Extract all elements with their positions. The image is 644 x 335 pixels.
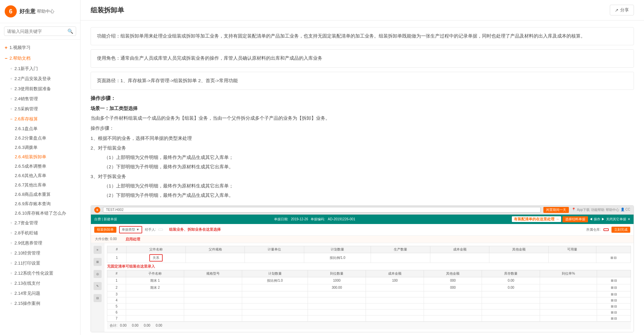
sidebar-item-finance[interactable]: + 2.7资金管理 bbox=[0, 218, 80, 228]
cell-action[interactable]: ⊞ ⊟ bbox=[596, 253, 631, 263]
sidebar-item-coupon[interactable]: + 2.9优惠券管理 bbox=[0, 238, 80, 248]
mock-parent-table: # 父件名称 父件规格 计量单位 计划数量 生产数量 成本金额 其他金额 可用量 bbox=[107, 246, 631, 263]
cell-spec bbox=[185, 253, 245, 263]
bottom-val1: 0.00 bbox=[120, 324, 126, 327]
col-prod-qty: 生产数量 bbox=[371, 246, 430, 253]
mock-subheader: 组装拆卸单 单据类型 ▼ 经手人: 组装业务、拆卸业务在这里选择 所属仓库: 立… bbox=[91, 224, 634, 236]
step-1: 1、根据不同的业务，选择不同单据的类型来处理 bbox=[91, 134, 634, 143]
table-row: 1 期末 1 按比例/1.0 1000 100 000 0.00 ⊞ ⊟ bbox=[107, 277, 631, 284]
sidebar-item-cost-recalc[interactable]: 2.6.8商品成本重算 bbox=[0, 190, 80, 199]
info-block-role: 使用角色：通常由生产人员或库管人员完成拆装业务的操作，库管人员确认原材料的出库和… bbox=[91, 49, 634, 67]
mock-confirm: 立刻完成 bbox=[611, 227, 630, 233]
mock-select-bom: 选择结料单据 bbox=[562, 216, 588, 222]
mock-annotations-row1: 组装业务、拆卸业务在这里选择 bbox=[169, 227, 221, 232]
nav-section-docs: − 2.帮助文档 + 2.1新手入门 + 2.2产品安装及登录 + 2.3使用前… bbox=[0, 53, 80, 309]
mock-app-logo: 6 bbox=[94, 207, 100, 213]
sidebar-item-sales[interactable]: + 2.4销售管理 bbox=[0, 94, 80, 104]
bottom-val3: 0.00 bbox=[144, 324, 150, 327]
page-title: 组装拆卸单 bbox=[91, 6, 124, 15]
sidebar-item-docs[interactable]: − 2.帮助文档 bbox=[0, 53, 80, 64]
sub-col-arrival-rate: 到位率% bbox=[540, 270, 597, 277]
col-unit: 计量单位 bbox=[245, 246, 304, 253]
search-icon[interactable]: 🔍 bbox=[67, 29, 73, 34]
mock-nav-icon2[interactable]: ⊞ bbox=[94, 258, 102, 266]
sidebar-item-print[interactable]: + 2.11打印设置 bbox=[0, 258, 80, 268]
mock-date-value: 2019-12-26 bbox=[291, 217, 308, 221]
sidebar-item-install[interactable]: + 2.2产品安装及登录 bbox=[0, 74, 80, 84]
table-row: 5⊞ ⊟ bbox=[107, 303, 631, 309]
expand-sub-icon: + bbox=[10, 221, 12, 225]
mock-nav-icon4[interactable]: ✎ bbox=[94, 282, 102, 290]
intro-text: 功能介绍：组装拆卸单用来处理企业组装或拆卸等加工业务，支持有固定装配清单的产品加… bbox=[97, 34, 585, 39]
mock-type-dropdown[interactable]: 单据类型 ▼ bbox=[119, 226, 142, 233]
sidebar-item-purchase[interactable]: + 2.5采购管理 bbox=[0, 104, 80, 114]
mock-doc-details: 单据日期: 2019-12-26 单据编码: AD-20191226-001 bbox=[274, 217, 355, 222]
mock-enable-label: 大件分数: 0.00 bbox=[95, 237, 117, 241]
mock-icon2: App下载 bbox=[577, 208, 590, 212]
logo-area: 6 好生意 帮助中心 bbox=[0, 0, 80, 23]
share-button[interactable]: ↗ 分享 bbox=[610, 5, 634, 15]
cell-avail-qty bbox=[548, 253, 596, 263]
step-3-2: （2）下部明细为子件明细，最终作为产成品生成其它入库单。 bbox=[91, 191, 634, 200]
app-name: 好生意 bbox=[19, 8, 36, 15]
sidebar-item-personalize[interactable]: + 2.12系统个性化设置 bbox=[0, 268, 80, 278]
sidebar-item-other-outbound[interactable]: 2.6.7其他出库单 bbox=[0, 180, 80, 190]
cell-no: 1 bbox=[107, 253, 126, 263]
mock-app: 6 TEST-H002 闲置期间一天 📍 App下载 功能帮助 帮助中心 👤 C… bbox=[91, 206, 634, 332]
mock-operator: 经手人: bbox=[145, 227, 156, 232]
mock-nav-icon3[interactable]: ◎ bbox=[94, 270, 102, 278]
steps-title: 操作步骤： bbox=[91, 124, 634, 132]
step-2-1: （1）上部明细为父件明细，最终作为产成品生成其它入库单； bbox=[91, 154, 634, 162]
mock-action-btns: 有装配清单的在这里处理 → 选择结料单据 ◀ 操作 ▶ 关闭其它单据 ✕ bbox=[512, 216, 630, 222]
sub-col-other-amt: 其他金额 bbox=[424, 270, 482, 277]
expand-sub-icon: + bbox=[10, 261, 12, 266]
expand-sub-icon: + bbox=[10, 97, 12, 101]
col-parent-name: 父件名称 bbox=[126, 246, 186, 253]
sidebar-item-other-inbound[interactable]: 2.6.6其他入库单 bbox=[0, 171, 80, 180]
sidebar-item-stock-ledger[interactable]: 2.6.9库存账本查询 bbox=[0, 199, 80, 209]
sidebar-item-ops[interactable]: + 2.10经营管理 bbox=[0, 248, 80, 258]
mock-close: 关闭其它单据 bbox=[606, 217, 626, 222]
sidebar-item-prep[interactable]: + 2.3使用前数据准备 bbox=[0, 84, 80, 94]
sub-col-arrival-qty: 到位数量 bbox=[308, 270, 366, 277]
mock-bottom-totals: 合计: 0.00 0.00 0.00 0.00 bbox=[107, 322, 631, 329]
mock-doc-info: 自费 | 新建单据 bbox=[94, 217, 117, 222]
mock-nav-icon5[interactable]: ⊟ bbox=[94, 294, 102, 302]
sidebar-item-transfer[interactable]: 2.6.3调拨单 bbox=[0, 143, 80, 152]
sidebar-item-video[interactable]: + 1.视频学习 bbox=[0, 42, 80, 53]
sidebar-item-stocktake[interactable]: 2.6.1盘点单 bbox=[0, 124, 80, 133]
mock-status: 闲置期间一天 bbox=[543, 207, 569, 213]
sidebar-item-partial-stocktake[interactable]: 2.6.2分量盘点单 bbox=[0, 133, 80, 143]
expand-sub-icon: + bbox=[10, 281, 12, 286]
mock-ops-label: ◀ 操作 ▶ bbox=[589, 217, 605, 222]
search-box[interactable]: 🔍 bbox=[4, 26, 76, 36]
path-text: 页面路径：1、库存核算->库存管理->组装拆卸单 2、首页->常用功能 bbox=[97, 78, 238, 83]
mock-warehouse-field[interactable] bbox=[603, 228, 609, 231]
sidebar-item-cases[interactable]: + 2.15操作案例 bbox=[0, 298, 80, 309]
search-input[interactable] bbox=[7, 29, 67, 34]
col-avail-qty: 可用量 bbox=[548, 246, 596, 253]
sidebar-item-mobile[interactable]: + 2.8手机旺铺 bbox=[0, 228, 80, 238]
mock-operator-field[interactable] bbox=[158, 229, 163, 231]
share-label: 分享 bbox=[620, 7, 629, 13]
nav-list: + 1.视频学习 − 2.帮助文档 + 2.1新手入门 + 2.2产品安装及登录 bbox=[0, 40, 80, 335]
annotation-no-bom: 无固定清单可组装在这里录入 bbox=[107, 264, 155, 269]
sidebar-item-cost-adjust[interactable]: 2.6.5成本调整单 bbox=[0, 162, 80, 171]
col-cost-amt: 成本金额 bbox=[430, 246, 489, 253]
expand-sub-icon: + bbox=[10, 87, 12, 91]
expand-sub-icon: + bbox=[10, 271, 12, 276]
app-logo: 6 bbox=[5, 5, 17, 17]
sidebar-item-inventory[interactable]: − 2.6库存核算 bbox=[0, 114, 80, 124]
sidebar-item-faq[interactable]: + 2.14常见问题 bbox=[0, 288, 80, 298]
sidebar-item-newbie[interactable]: + 2.1新手入门 bbox=[0, 64, 80, 74]
scenario1-title: 场景一：加工类型选择 bbox=[91, 106, 634, 112]
expand-sub-icon: + bbox=[10, 107, 12, 111]
expand-sub-icon: + bbox=[10, 301, 12, 306]
cell-name: 关系 bbox=[126, 253, 186, 263]
mock-nav-icon1[interactable]: ≡ bbox=[94, 246, 102, 254]
sub-col-ops bbox=[597, 270, 631, 277]
sidebar-item-ledger-error[interactable]: 2.6.10库存账本错了怎么办 bbox=[0, 209, 80, 218]
annotation-has-bom: 有装配清单的在这里处理 → bbox=[512, 216, 561, 222]
sidebar-item-payment[interactable]: + 2.13在线支付 bbox=[0, 278, 80, 288]
sidebar-item-assembly[interactable]: 2.6.4组装拆卸单 bbox=[0, 152, 80, 162]
